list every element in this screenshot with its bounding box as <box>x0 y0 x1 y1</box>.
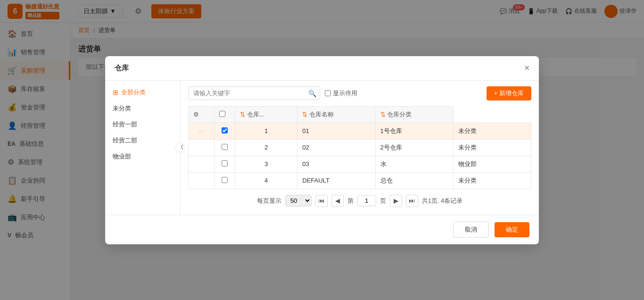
category-unclassified[interactable]: 未分类 <box>105 100 180 117</box>
table-toolbar: 🔍 显示停用 + 新增仓库 <box>188 86 531 100</box>
category-panel: ⊞ 全部分类 未分类 经营一部 经营二部 物业部 《 <box>105 81 181 215</box>
row-checkbox[interactable] <box>222 144 228 150</box>
sort-icon-category: ⇅ <box>380 111 386 118</box>
row-name-cell: 水 <box>375 156 453 172</box>
row-num-cell: 2 <box>235 139 297 156</box>
row-action-cell <box>189 156 215 172</box>
row-code-cell: 02 <box>297 139 375 156</box>
modal-overlay: 仓库 × ⊞ 全部分类 未分类 经营一部 经营二部 <box>0 0 644 300</box>
total-info: 共1页, 4条记录 <box>422 197 463 205</box>
category-all-label: 全部分类 <box>121 88 146 97</box>
search-wrap: 🔍 <box>188 86 320 100</box>
row-code-cell: DEFAULT <box>297 172 375 189</box>
warehouse-table: ⚙ ⇅ 仓库... ⇅ 仓库名称 <box>188 106 531 189</box>
category-unclassified-label: 未分类 <box>113 104 131 113</box>
page-prev-button[interactable]: ◀ <box>331 195 344 207</box>
category-all[interactable]: ⊞ 全部分类 <box>105 84 180 100</box>
modal-title: 仓库 <box>115 64 129 73</box>
grid-icon: ⊞ <box>113 89 118 96</box>
category-ops2-label: 经营二部 <box>113 136 137 145</box>
page-number-input[interactable] <box>357 195 376 206</box>
category-toggle-button[interactable]: 《 <box>175 142 186 153</box>
search-input[interactable] <box>188 86 320 100</box>
row-name-cell: 1号仓库 <box>375 123 453 139</box>
row-num-cell: 3 <box>235 156 297 172</box>
page-size-label: 每页显示 <box>257 197 281 205</box>
page-first-button[interactable]: ⏮ <box>315 195 328 207</box>
modal-close-button[interactable]: × <box>524 64 529 72</box>
page-size-select[interactable]: 50 10 20 100 <box>285 195 312 207</box>
row-action-cell: ··· <box>189 123 215 139</box>
row-category-cell: 未分类 <box>453 172 531 189</box>
category-ops1[interactable]: 经营一部 <box>105 117 180 133</box>
table-row[interactable]: 2 02 2号仓库 未分类 <box>189 139 531 156</box>
sort-icon-name: ⇅ <box>302 111 307 118</box>
category-ops1-label: 经营一部 <box>113 120 137 129</box>
cancel-button[interactable]: 取消 <box>453 222 489 238</box>
table-panel: 🔍 显示停用 + 新增仓库 ⚙ <box>181 81 539 215</box>
row-checkbox[interactable] <box>222 177 228 183</box>
row-num-cell: 1 <box>235 123 297 139</box>
col-header-name[interactable]: ⇅ 仓库名称 <box>297 106 375 123</box>
row-name-cell: 总仓 <box>375 172 453 189</box>
show-disabled-label[interactable]: 显示停用 <box>325 89 357 98</box>
category-property-label: 物业部 <box>113 152 131 161</box>
row-checkbox[interactable] <box>222 127 228 133</box>
pagination: 每页显示 50 10 20 100 ⏮ ◀ 第 页 ▶ ⏭ 共1页, 4条记录 <box>188 189 531 209</box>
row-category-cell: 未分类 <box>453 139 531 156</box>
show-disabled-text: 显示停用 <box>333 89 357 98</box>
modal-footer: 取消 确定 <box>105 215 539 244</box>
page-label: 第 <box>347 197 354 205</box>
search-icon[interactable]: 🔍 <box>308 90 316 97</box>
page-last-button[interactable]: ⏭ <box>406 195 418 207</box>
row-check-cell <box>215 156 235 172</box>
confirm-button[interactable]: 确定 <box>495 222 529 237</box>
category-property[interactable]: 物业部 <box>105 149 180 165</box>
row-num-cell: 4 <box>235 172 297 189</box>
row-check-cell <box>215 123 235 139</box>
row-more-icon[interactable]: ··· <box>199 127 204 134</box>
page-unit: 页 <box>380 197 386 205</box>
row-checkbox[interactable] <box>222 160 228 167</box>
page-next-button[interactable]: ▶ <box>390 195 402 207</box>
row-category-cell: 物业部 <box>453 156 531 172</box>
select-all-checkbox[interactable] <box>219 111 225 117</box>
table-row[interactable]: ··· 1 01 1号仓库 未分类 <box>189 123 531 139</box>
row-check-cell <box>215 172 235 189</box>
modal-body: ⊞ 全部分类 未分类 经营一部 经营二部 物业部 《 <box>105 81 539 215</box>
col-header-category[interactable]: ⇅ 仓库分类 <box>375 106 453 123</box>
table-row[interactable]: 3 03 水 物业部 <box>189 156 531 172</box>
col-header-code[interactable]: ⇅ 仓库... <box>235 106 297 123</box>
row-code-cell: 01 <box>297 123 375 139</box>
sort-icon-code: ⇅ <box>240 111 245 118</box>
table-row[interactable]: 4 DEFAULT 总仓 未分类 <box>189 172 531 189</box>
row-category-cell: 未分类 <box>453 123 531 139</box>
settings-col-icon: ⚙ <box>193 111 199 118</box>
category-ops2[interactable]: 经营二部 <box>105 133 180 149</box>
row-action-cell <box>189 172 215 189</box>
col-header-settings: ⚙ <box>189 106 215 123</box>
row-code-cell: 03 <box>297 156 375 172</box>
modal-header: 仓库 × <box>105 56 539 81</box>
row-name-cell: 2号仓库 <box>375 139 453 156</box>
warehouse-modal: 仓库 × ⊞ 全部分类 未分类 经营一部 经营二部 <box>105 56 539 244</box>
row-action-cell <box>189 139 215 156</box>
row-check-cell <box>215 139 235 156</box>
col-header-check <box>215 106 235 123</box>
add-warehouse-button[interactable]: + 新增仓库 <box>487 86 531 100</box>
show-disabled-checkbox[interactable] <box>325 90 331 96</box>
